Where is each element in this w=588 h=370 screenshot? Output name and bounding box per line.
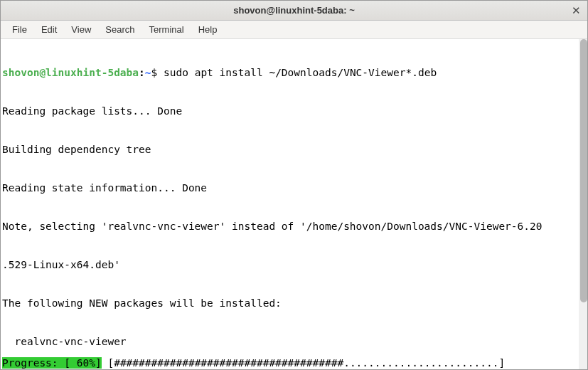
- scrollbar-thumb[interactable]: [580, 39, 587, 302]
- output-line: realvnc-vnc-viewer: [2, 335, 587, 348]
- prompt-user-host: shovon@linuxhint-5daba: [2, 67, 139, 78]
- output-line: Reading state information... Done: [2, 181, 587, 194]
- progress-bar: Progress: [ 60%] [######################…: [2, 356, 577, 369]
- menubar: File Edit View Search Terminal Help: [1, 21, 587, 39]
- output-line: Reading package lists... Done: [2, 105, 587, 117]
- window-title: shovon@linuxhint-5daba: ~: [233, 5, 355, 16]
- prompt-end: $: [151, 67, 164, 78]
- progress-bar-graph: [#####################################..…: [102, 357, 511, 369]
- prompt-path: ~: [145, 67, 151, 78]
- terminal-window: shovon@linuxhint-5daba: ~ ✕ File Edit Vi…: [0, 0, 588, 370]
- close-icon: ✕: [572, 4, 581, 17]
- output-line: .529-Linux-x64.deb': [2, 258, 587, 271]
- menu-edit[interactable]: Edit: [34, 22, 64, 37]
- menu-help[interactable]: Help: [191, 22, 225, 37]
- menu-search[interactable]: Search: [98, 22, 141, 37]
- output-line: Note, selecting 'realvnc-vnc-viewer' ins…: [2, 220, 587, 233]
- command-text: sudo apt install ~/Downloads/VNC-Viewer*…: [164, 67, 437, 78]
- progress-label: Progress: [ 60%]: [2, 357, 102, 369]
- titlebar: shovon@linuxhint-5daba: ~ ✕: [1, 1, 587, 21]
- menu-view[interactable]: View: [64, 22, 98, 37]
- output-line: The following NEW packages will be insta…: [2, 297, 587, 310]
- menu-file[interactable]: File: [5, 22, 34, 37]
- output-line: Building dependency tree: [2, 143, 587, 156]
- close-button[interactable]: ✕: [569, 4, 583, 18]
- terminal-body[interactable]: shovon@linuxhint-5daba:~$ sudo apt insta…: [1, 39, 587, 369]
- prompt-line: shovon@linuxhint-5daba:~$ sudo apt insta…: [2, 66, 587, 79]
- menu-terminal[interactable]: Terminal: [142, 22, 191, 37]
- prompt-separator: :: [139, 67, 145, 78]
